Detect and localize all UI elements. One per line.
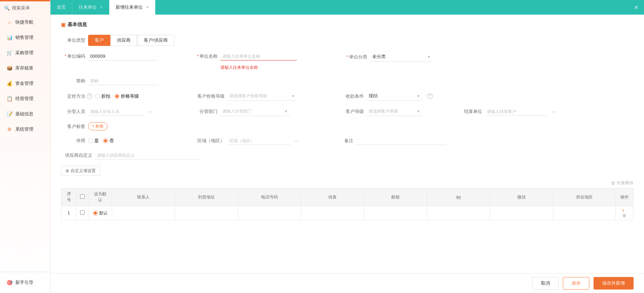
region-table-input[interactable] xyxy=(557,211,612,216)
sidebar-item-inventory[interactable]: 📦 库存核算 xyxy=(0,60,50,76)
sidebar-item-operations[interactable]: 📋 经营管理 xyxy=(0,91,50,106)
address-input[interactable] xyxy=(179,211,234,216)
table-row: 1 默认 xyxy=(61,206,634,220)
sidebar-label-quick-nav: 快捷导航 xyxy=(15,19,33,25)
sidebar-item-tutorial[interactable]: 🎯 新手引导 xyxy=(0,275,50,290)
type-btn-supplier[interactable]: 供应商 xyxy=(110,35,137,46)
payment-help-icon[interactable]: ? xyxy=(427,93,433,99)
sidebar: 🔍 搜索菜单 ⌂ 快捷导航 📊 销售管理 🛒 采购管理 📦 库存核算 💰 资金管… xyxy=(0,0,50,293)
region-more-btn[interactable]: ··· xyxy=(293,138,300,144)
disabled-radio-yes[interactable]: 是 xyxy=(88,138,99,144)
td-region[interactable] xyxy=(553,206,616,220)
supplier-custom-input[interactable] xyxy=(95,151,199,160)
th-contact: 联系人 xyxy=(112,188,175,206)
radio-no-label: 否 xyxy=(109,138,114,144)
unit-code-input[interactable] xyxy=(88,52,158,60)
unit-name-input[interactable] xyxy=(220,52,297,60)
radio-yes-circle xyxy=(88,138,93,143)
payment-terms-arrow: ▼ xyxy=(417,94,420,98)
batch-delete-button[interactable]: 🗑 批量删除 xyxy=(611,180,634,186)
abbr-label: 简称 xyxy=(61,78,85,84)
radio-yes-label: 是 xyxy=(94,138,99,144)
qq-input[interactable] xyxy=(431,211,486,216)
row-add-btn[interactable]: + xyxy=(622,208,625,213)
custom-settings-button[interactable]: ⚙ 自定义项设置 xyxy=(61,166,100,176)
sidebar-item-basic-info[interactable]: 📝 基础信息 xyxy=(0,106,50,122)
abbr-input[interactable] xyxy=(88,77,158,85)
sidebar-item-purchase[interactable]: 🛒 采购管理 xyxy=(0,45,50,60)
select-all-checkbox[interactable] xyxy=(80,194,85,199)
row-delete-btn[interactable]: 🗑 xyxy=(622,213,627,218)
settlement-unit-label: 结算单位 xyxy=(458,108,482,115)
settlement-unit-input[interactable] xyxy=(485,107,548,116)
supplier-custom-label: 供应商自定义 xyxy=(61,152,92,158)
tag-label: 客户标签 xyxy=(61,123,85,130)
manager-more-btn[interactable]: ··· xyxy=(147,109,154,114)
pricing-row: 定价方法 ? 折扣 价格等级 客户价格等级 请选择客户价 xyxy=(61,91,634,101)
contact-input[interactable] xyxy=(116,211,171,216)
td-fax[interactable] xyxy=(301,206,364,220)
department-arrow: ▼ xyxy=(284,109,288,113)
td-contact[interactable] xyxy=(112,206,175,220)
pricing-help-icon[interactable]: ? xyxy=(87,93,92,99)
tag-add-button[interactable]: + 标签 xyxy=(88,122,108,130)
td-phone[interactable] xyxy=(238,206,301,220)
settlement-unit-more-btn[interactable]: ··· xyxy=(550,109,557,114)
pricing-radio-discount[interactable]: 折扣 xyxy=(95,93,110,99)
save-add-button[interactable]: 保存并新增 xyxy=(594,277,634,290)
tab-new-partner[interactable]: 新增往来单位 × xyxy=(109,0,155,15)
cancel-button[interactable]: 取消 xyxy=(532,277,559,290)
department-group: 分管部门 请输入分管部门 ▼ xyxy=(193,107,339,116)
th-address: 到货地址 xyxy=(175,188,238,206)
tab-home[interactable]: 首页 xyxy=(50,0,72,15)
save-button[interactable]: 保存 xyxy=(563,277,589,290)
row-checkbox[interactable] xyxy=(80,210,85,215)
sidebar-search[interactable]: 🔍 搜索菜单 xyxy=(0,1,50,15)
remarks-input[interactable] xyxy=(356,137,447,145)
fax-input[interactable] xyxy=(305,211,360,216)
tutorial-icon: 🎯 xyxy=(6,279,13,286)
customer-level-select[interactable]: 请选择客户等级 ▼ xyxy=(367,107,422,116)
email-input[interactable] xyxy=(368,211,423,216)
manager-input[interactable] xyxy=(88,107,144,116)
tab-new-partner-close[interactable]: × xyxy=(146,5,149,10)
td-wechat[interactable] xyxy=(490,206,553,220)
disabled-radio-no[interactable]: 否 xyxy=(103,138,114,144)
unit-category-select[interactable]: 未分类 ▼ xyxy=(370,52,433,62)
phone-input[interactable] xyxy=(242,211,297,216)
sidebar-item-quick-nav[interactable]: ⌂ 快捷导航 xyxy=(0,15,50,30)
unit-type-row: 单位类型 客户 供应商 客户/供应商 xyxy=(61,35,634,46)
type-btn-customer[interactable]: 客户 xyxy=(88,35,110,46)
disabled-radio-group: 是 否 xyxy=(88,138,114,144)
customer-price-arrow: ▼ xyxy=(291,94,295,98)
window-close-button[interactable]: ✕ xyxy=(628,0,644,15)
customer-price-select[interactable]: 请选择客户价格等级 ▼ xyxy=(227,92,297,101)
tab-partner-close[interactable]: × xyxy=(100,5,103,10)
td-email[interactable] xyxy=(364,206,427,220)
row-default-radio[interactable]: 默认 xyxy=(92,210,108,216)
wechat-input[interactable] xyxy=(494,211,549,216)
type-btn-both[interactable]: 客户/供应商 xyxy=(137,35,174,46)
td-address[interactable] xyxy=(175,206,238,220)
tab-partner-label: 往来单位 xyxy=(79,4,97,10)
region-input[interactable] xyxy=(227,137,290,145)
payment-terms-select[interactable]: 现结 ▼ xyxy=(367,91,422,101)
disabled-label: 停用 xyxy=(61,138,85,144)
pricing-label-wrap: 定价方法 ? xyxy=(61,93,92,99)
tab-partner[interactable]: 往来单位 × xyxy=(72,0,109,15)
th-default: 设为默认 xyxy=(88,188,112,206)
td-qq[interactable] xyxy=(427,206,490,220)
sidebar-item-system[interactable]: ⚙ 系统管理 xyxy=(0,122,50,137)
pricing-radio-level[interactable]: 价格等级 xyxy=(115,93,139,99)
sidebar-item-finance[interactable]: 💰 资金管理 xyxy=(0,76,50,91)
tab-new-partner-label: 新增往来单位 xyxy=(116,4,143,10)
contact-table: 序号 设为默认 联系人 到货地址 电话号码 传真 邮箱 qq 微信 所在地区 操… xyxy=(61,188,634,220)
gear-icon: ⚙ xyxy=(65,169,69,173)
basic-info-icon: 📝 xyxy=(6,111,13,117)
table-header-row: 序号 设为默认 联系人 到货地址 电话号码 传真 邮箱 qq 微信 所在地区 操… xyxy=(61,188,634,206)
disabled-row: 停用 是 否 区域（地区） ··· 备注 xyxy=(61,137,634,145)
td-row-actions: + 🗑 xyxy=(616,206,634,220)
unit-code-required: * xyxy=(65,54,66,59)
sidebar-item-sales[interactable]: 📊 销售管理 xyxy=(0,30,50,45)
department-select[interactable]: 请输入分管部门 ▼ xyxy=(220,107,290,116)
